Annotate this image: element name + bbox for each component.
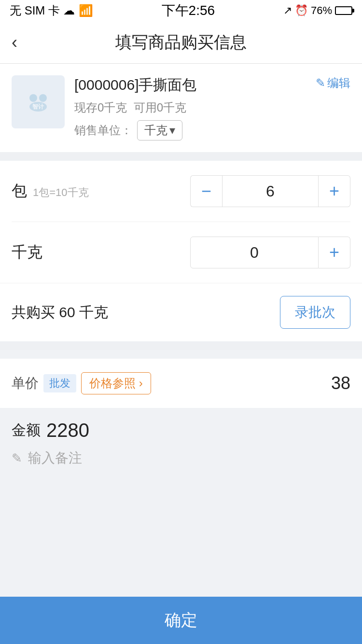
edit-label: 编辑	[327, 75, 350, 91]
svg-point-1	[39, 94, 47, 102]
svg-point-0	[29, 94, 37, 102]
divider-2	[0, 341, 362, 350]
bao-controls: − +	[190, 175, 350, 207]
bao-minus-button[interactable]: −	[190, 175, 222, 207]
price-ref-button[interactable]: 价格参照 ›	[81, 372, 151, 394]
location-icon: ↗	[283, 4, 292, 17]
bao-plus-button[interactable]: +	[319, 175, 350, 207]
status-time: 下午2:56	[162, 1, 215, 20]
kg-controls: +	[190, 237, 350, 268]
back-button[interactable]: ‹	[12, 32, 17, 53]
quantity-row-bao: 包 1包=10千克 − +	[12, 161, 350, 222]
record-batch-button[interactable]: 录批次	[280, 296, 350, 329]
kg-plus-button[interactable]: +	[319, 237, 350, 268]
bao-label: 包 1包=10千克	[12, 181, 89, 202]
status-right: ↗ ⏰ 76%	[283, 4, 352, 17]
product-stock: 现存0千克 可用0千克	[74, 100, 350, 115]
status-left: 无 SIM 卡 ☁ 📶	[10, 3, 93, 18]
bao-sublabel: 1包=10千克	[33, 185, 89, 200]
total-text: 共购买 60 千克	[12, 303, 108, 322]
price-section: 单价 批发 价格参照 › 38	[0, 359, 362, 408]
amount-section: 金额 2280 ✎ 输入备注	[0, 408, 362, 477]
kg-label: 千克	[12, 242, 42, 263]
amount-label: 金额	[12, 420, 41, 440]
product-image: 智计	[12, 75, 65, 128]
price-tag: 批发	[43, 374, 76, 392]
divider-1	[0, 152, 362, 161]
quantity-row-kg: 千克 +	[12, 222, 350, 283]
product-unit-row: 销售单位： 千克 ▾	[74, 120, 350, 140]
remark-text: 输入备注	[28, 449, 82, 467]
amount-value: 2280	[46, 420, 89, 441]
remark-icon: ✎	[12, 451, 22, 466]
svg-text:智计: 智计	[32, 103, 44, 110]
battery-label: 76%	[311, 4, 332, 17]
amount-row: 金额 2280	[12, 420, 350, 441]
battery-icon	[335, 6, 352, 15]
product-section: 智计 [0000006]手撕面包 现存0千克 可用0千克 销售单位： 千克 ▾ …	[0, 64, 362, 152]
nav-bar: ‹ 填写商品购买信息	[0, 21, 362, 64]
bao-input[interactable]	[222, 175, 319, 207]
unit-label: 销售单位：	[74, 123, 132, 138]
status-bar: 无 SIM 卡 ☁ 📶 下午2:56 ↗ ⏰ 76%	[0, 0, 362, 21]
sim-label: 无 SIM 卡 ☁	[10, 3, 75, 18]
confirm-button[interactable]: 确定	[0, 597, 362, 644]
dropdown-arrow-icon: ▾	[169, 124, 175, 137]
alarm-icon: ⏰	[295, 4, 308, 17]
total-row: 共购买 60 千克 录批次	[0, 283, 362, 341]
product-logo-icon: 智计	[24, 87, 53, 116]
price-label: 单价 批发 价格参照 ›	[12, 372, 151, 394]
kg-input[interactable]	[190, 237, 319, 268]
page-title: 填写商品购买信息	[115, 31, 247, 54]
product-info: [0000006]手撕面包 现存0千克 可用0千克 销售单位： 千克 ▾	[74, 75, 350, 140]
remark-row[interactable]: ✎ 输入备注	[12, 449, 350, 477]
product-name: [0000006]手撕面包	[74, 75, 350, 95]
edit-link[interactable]: ✎ 编辑	[316, 75, 350, 91]
price-value: 38	[331, 373, 350, 393]
quantity-section: 包 1包=10千克 − + 千克 +	[0, 161, 362, 283]
edit-icon: ✎	[316, 76, 325, 90]
wifi-icon: 📶	[79, 4, 93, 17]
unit-dropdown[interactable]: 千克 ▾	[137, 120, 182, 140]
empty-area	[0, 477, 362, 597]
